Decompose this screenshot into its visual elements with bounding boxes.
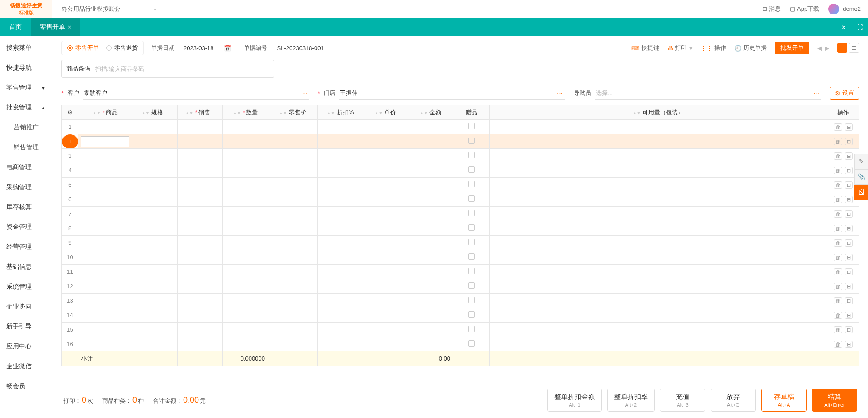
cell[interactable] (178, 265, 223, 279)
footer-button[interactable]: 充值Alt+3 (660, 389, 705, 412)
table-row[interactable]: 16🗑⊞ (62, 337, 859, 352)
sidebar-item[interactable]: 应用中心 (0, 337, 52, 356)
cell[interactable] (268, 250, 318, 265)
col-available[interactable]: ▲▼可用量（包装） (490, 105, 827, 120)
cell[interactable] (363, 192, 408, 207)
cell[interactable] (178, 236, 223, 250)
cell[interactable] (268, 236, 318, 250)
cell[interactable] (132, 265, 178, 279)
cell[interactable] (408, 308, 453, 323)
shortcut-keys-button[interactable]: ⌨快捷键 (631, 44, 659, 52)
checkbox[interactable] (468, 210, 475, 216)
cell[interactable] (363, 134, 408, 149)
cell[interactable] (268, 337, 318, 352)
cell[interactable] (268, 163, 318, 178)
cell-product[interactable] (78, 294, 132, 308)
table-row[interactable]: 4🗑⊞ (62, 163, 859, 178)
store-input[interactable]: 王振伟 ⋯ (339, 87, 565, 100)
sidebar-item[interactable]: 新手引导 (0, 317, 52, 337)
table-row[interactable]: 15🗑⊞ (62, 323, 859, 337)
col-product[interactable]: ▲▼商品 (78, 105, 132, 120)
cell[interactable] (178, 149, 223, 163)
cell[interactable] (363, 323, 408, 337)
add-row-icon[interactable]: + (66, 137, 75, 146)
cell[interactable] (318, 323, 363, 337)
sidebar-item[interactable]: 基础信息 (0, 257, 52, 277)
delete-row-icon[interactable]: 🗑 (834, 283, 842, 290)
barcode-input[interactable] (95, 66, 269, 72)
sidebar-item[interactable]: 批发管理▲ (0, 98, 52, 118)
col-discount[interactable]: ▲▼折扣% (318, 105, 363, 120)
fullscreen-button[interactable]: ⛶ (852, 18, 868, 36)
cell-available[interactable] (490, 120, 827, 134)
cell[interactable] (318, 279, 363, 294)
table-row[interactable]: 7🗑⊞ (62, 207, 859, 221)
cell[interactable] (363, 236, 408, 250)
checkbox[interactable] (468, 166, 475, 173)
cell[interactable] (408, 207, 453, 221)
cell[interactable] (178, 337, 223, 352)
cell[interactable] (268, 294, 318, 308)
copy-row-icon[interactable]: ⊞ (845, 124, 853, 131)
cell-available[interactable] (490, 265, 827, 279)
cell-available[interactable] (490, 163, 827, 178)
cell-available[interactable] (490, 294, 827, 308)
cell[interactable] (132, 308, 178, 323)
cell-product[interactable] (78, 279, 132, 294)
footer-button[interactable]: 存草稿Alt+A (761, 389, 807, 412)
cell-available[interactable] (490, 149, 827, 163)
delete-row-icon[interactable]: 🗑 (834, 167, 842, 174)
col-gift[interactable]: 赠品 (453, 105, 490, 120)
copy-row-icon[interactable]: ⊞ (845, 312, 853, 319)
cell[interactable] (318, 192, 363, 207)
cell[interactable] (223, 279, 268, 294)
cell[interactable] (318, 221, 363, 236)
cell-gift[interactable] (453, 265, 490, 279)
checkbox[interactable] (468, 311, 475, 318)
copy-row-icon[interactable]: ⊞ (845, 341, 853, 348)
sidebar-item[interactable]: 采购管理 (0, 177, 52, 197)
cell[interactable] (268, 149, 318, 163)
history-button[interactable]: 🕘历史单据 (734, 44, 767, 52)
cell[interactable] (132, 149, 178, 163)
cell[interactable] (223, 207, 268, 221)
cell-available[interactable] (490, 250, 827, 265)
cell[interactable] (318, 163, 363, 178)
sidebar-item[interactable]: 销售管理 (0, 138, 52, 157)
cell[interactable] (132, 250, 178, 265)
cell-gift[interactable] (453, 323, 490, 337)
app-download-link[interactable]: ▢ App下载 (790, 5, 819, 13)
cell-product[interactable] (78, 192, 132, 207)
dock-image-button[interactable]: 🖼 (854, 185, 868, 200)
delete-row-icon[interactable]: 🗑 (834, 196, 842, 203)
cell-product[interactable] (78, 207, 132, 221)
cell-gift[interactable] (453, 337, 490, 352)
cell[interactable] (363, 149, 408, 163)
delete-row-icon[interactable]: 🗑 (834, 138, 842, 145)
sidebar-item[interactable]: 库存核算 (0, 197, 52, 217)
col-sale[interactable]: ▲▼销售... (178, 105, 223, 120)
cell-product[interactable] (78, 308, 132, 323)
delete-row-icon[interactable]: 🗑 (834, 297, 842, 304)
delete-row-icon[interactable]: 🗑 (834, 239, 842, 247)
sidebar-item[interactable]: 零售管理▼ (0, 78, 52, 98)
cell[interactable] (132, 279, 178, 294)
cell[interactable] (408, 178, 453, 192)
delete-row-icon[interactable]: 🗑 (834, 124, 842, 131)
cell[interactable] (318, 250, 363, 265)
checkbox[interactable] (468, 138, 475, 144)
cell[interactable] (408, 149, 453, 163)
cell-gift[interactable] (453, 308, 490, 323)
col-qty[interactable]: ▲▼数量 (223, 105, 268, 120)
cell-product[interactable] (78, 134, 132, 149)
cell[interactable] (178, 250, 223, 265)
column-settings-button[interactable]: ⚙ (62, 105, 78, 120)
delete-row-icon[interactable]: 🗑 (834, 254, 842, 261)
more-icon[interactable]: ⋯ (557, 90, 564, 96)
checkbox[interactable] (468, 268, 475, 274)
cell[interactable] (363, 120, 408, 134)
table-row[interactable]: 1🗑⊞ (62, 120, 859, 134)
copy-row-icon[interactable]: ⊞ (845, 254, 853, 261)
table-row[interactable]: 5🗑⊞ (62, 178, 859, 192)
sidebar-item[interactable]: 电商管理 (0, 157, 52, 177)
